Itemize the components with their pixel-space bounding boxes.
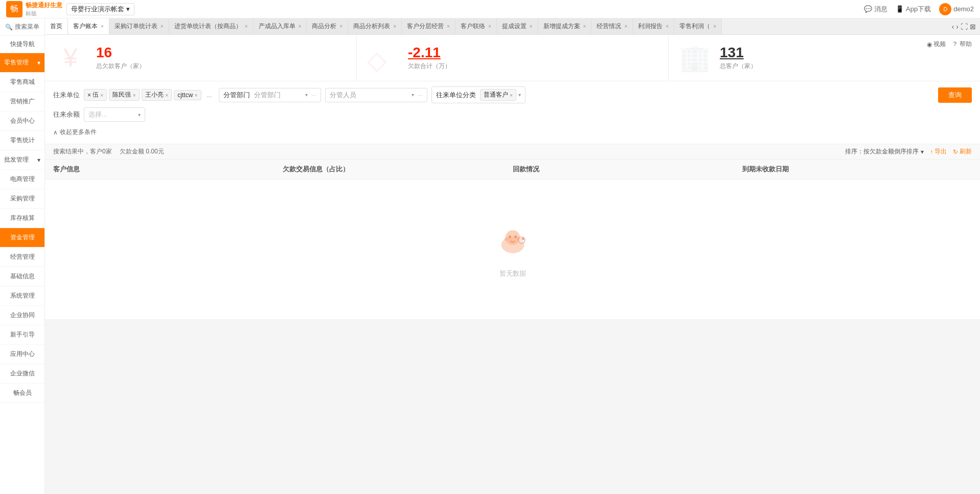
search-icon: 🔍 bbox=[5, 24, 13, 31]
quick-nav-button[interactable]: 快捷导航 bbox=[0, 36, 44, 53]
tab-raise-plan[interactable]: 新增提成方案 × bbox=[538, 18, 592, 34]
sidebar-item-enterprise[interactable]: 企业协同 bbox=[0, 306, 44, 325]
message-icon: 💬 bbox=[864, 5, 872, 13]
table-header: 客户信息 欠款交易信息（占比） 回款情况 到期未收款日期 bbox=[45, 160, 980, 179]
stat-info-total-clients: 131 总客户（家） bbox=[720, 46, 757, 71]
stat-card-total-clients: 🏢 131 总客户（家） ◉ 视频 ？ 帮助 bbox=[669, 35, 980, 81]
sidebar-search-area[interactable]: 🔍 搜索菜单 bbox=[0, 18, 44, 36]
money-icon: ¥ bbox=[55, 42, 86, 73]
stats-section: ¥ 16 总欠款客户（家） ◇ -2.11 欠款合计（万） 🏢 bbox=[45, 35, 980, 81]
remove-unit-class[interactable]: × bbox=[510, 92, 513, 98]
app-download-button[interactable]: 📱 App下载 bbox=[896, 5, 931, 14]
sidebar-item-finance[interactable]: 资金管理 bbox=[0, 228, 44, 248]
dept-select[interactable]: 分管部门 分管部门 ▾ ··· bbox=[219, 88, 321, 102]
sidebar-item-newbie[interactable]: 新手引导 bbox=[0, 325, 44, 345]
sidebar-item-wholesale-mgmt[interactable]: 批发管理 ▾ bbox=[0, 150, 44, 170]
user-menu[interactable]: D demo2 bbox=[939, 3, 974, 15]
svg-point-6 bbox=[518, 237, 525, 243]
tabs-close-all-button[interactable]: ⊠ bbox=[970, 23, 976, 31]
tab-production[interactable]: 产成品入库单 × bbox=[254, 18, 307, 34]
sidebar-item-inventory[interactable]: 库存核算 bbox=[0, 209, 44, 228]
avatar: D bbox=[939, 3, 951, 15]
filter-tag-3[interactable]: 王小亮 × bbox=[142, 89, 172, 101]
total-customers-label: 总欠款客户（家） bbox=[96, 62, 145, 71]
dept-chevron-icon: ▾ bbox=[305, 92, 308, 98]
tab-purchase-order[interactable]: 采购订单统计表 × bbox=[109, 18, 169, 34]
unit-class-tag[interactable]: 普通客户 × bbox=[480, 89, 516, 101]
tab-home[interactable]: 首页 bbox=[45, 18, 68, 34]
tab-customer-tier[interactable]: 客户分层经营 × bbox=[402, 18, 455, 34]
person-select[interactable]: 分管人员 ▾ ··· bbox=[325, 88, 427, 102]
tabs-fullscreen-button[interactable]: ⛶ bbox=[961, 23, 968, 31]
close-tab-customer-contact[interactable]: × bbox=[488, 24, 491, 29]
tab-retail-profit[interactable]: 零售利润（ × bbox=[674, 18, 722, 34]
tab-purchase-stat[interactable]: 进货单统计表（按商品） × bbox=[169, 18, 254, 34]
sidebar-item-marketing[interactable]: 营销推广 bbox=[0, 92, 44, 111]
close-tab-raise-settings[interactable]: × bbox=[530, 24, 533, 29]
tab-customer-contact[interactable]: 客户联络 × bbox=[455, 18, 497, 34]
close-tab-customer-tier[interactable]: × bbox=[447, 24, 450, 29]
balance-chevron-icon: ▾ bbox=[138, 112, 141, 118]
tab-operations-status[interactable]: 经营情况 × bbox=[591, 18, 633, 34]
store-select[interactable]: 母婴行业演示帐套 ▾ bbox=[66, 3, 134, 15]
video-link[interactable]: ◉ 视频 bbox=[927, 40, 946, 49]
tab-bar: 首页 客户账本 × 采购订单统计表 × 进货单统计表（按商品） × 产成品入库单… bbox=[45, 18, 980, 35]
remove-tag-1[interactable]: × bbox=[100, 92, 103, 98]
sidebar-item-wechat[interactable]: 企业微信 bbox=[0, 364, 44, 384]
sidebar-item-operations[interactable]: 经营管理 bbox=[0, 248, 44, 267]
refresh-button[interactable]: ↻ 刷新 bbox=[953, 147, 972, 156]
sidebar-item-ecommerce[interactable]: 电商管理 bbox=[0, 170, 44, 189]
close-tab-production[interactable]: × bbox=[299, 24, 302, 29]
tab-bar-end: ‹ › ⛶ ⊠ bbox=[948, 23, 980, 31]
filter-tag-4[interactable]: cjttcw × bbox=[174, 90, 201, 100]
sidebar-item-app-center[interactable]: 应用中心 bbox=[0, 345, 44, 364]
filter-row-1: 往来单位 × 伍 × 陈民强 × 王小亮 × bbox=[53, 86, 972, 103]
close-tab-purchase-order[interactable]: × bbox=[161, 24, 164, 29]
total-clients-label: 总客户（家） bbox=[720, 62, 757, 71]
tabs-next-button[interactable]: › bbox=[956, 23, 959, 31]
close-tab-retail-profit[interactable]: × bbox=[713, 24, 716, 29]
tab-accounts[interactable]: 客户账本 × bbox=[68, 18, 109, 34]
help-link[interactable]: ？ 帮助 bbox=[952, 40, 972, 49]
tab-raise-settings[interactable]: 提成设置 × bbox=[497, 18, 538, 34]
close-tab-product-analysis[interactable]: × bbox=[339, 24, 343, 29]
total-customers-value: 16 bbox=[96, 46, 145, 60]
tabs-prev-button[interactable]: ‹ bbox=[952, 23, 954, 31]
sidebar-item-retail-mall[interactable]: 零售商城 bbox=[0, 73, 44, 92]
main-layout: 🔍 搜索菜单 快捷导航 零售管理 ▾ 零售商城 营销推广 会员中心 零售统计 批… bbox=[0, 18, 980, 494]
remove-tag-3[interactable]: × bbox=[165, 92, 168, 98]
sidebar-item-vip[interactable]: 畅会员 bbox=[0, 384, 44, 403]
message-button[interactable]: 💬 消息 bbox=[864, 5, 887, 14]
filter-section: 往来单位 × 伍 × 陈民强 × 王小亮 × bbox=[45, 81, 980, 144]
tab-product-analysis[interactable]: 商品分析 × bbox=[307, 18, 348, 34]
sort-select[interactable]: 排序：按欠款金额倒序排序 ▾ bbox=[845, 147, 924, 156]
tab-profit-report[interactable]: 利润报告 × bbox=[633, 18, 674, 34]
search-menu-button[interactable]: 🔍 搜索菜单 bbox=[5, 23, 39, 31]
balance-select[interactable]: 选择... ▾ bbox=[84, 107, 145, 122]
remove-tag-4[interactable]: × bbox=[194, 92, 197, 98]
collapse-button[interactable]: ∧ 收起更多条件 bbox=[53, 128, 972, 137]
close-tab-purchase-stat[interactable]: × bbox=[245, 24, 248, 29]
unit-class-select[interactable]: 往来单位分类 普通客户 × ▾ bbox=[431, 86, 526, 103]
sidebar-item-purchase[interactable]: 采购管理 bbox=[0, 189, 44, 209]
tab-product-analysis-list[interactable]: 商品分析列表 × bbox=[348, 18, 402, 34]
sidebar-item-system[interactable]: 系统管理 bbox=[0, 286, 44, 306]
collapse-icon: ∧ bbox=[53, 129, 58, 136]
filter-tag-2[interactable]: 陈民强 × bbox=[109, 89, 139, 101]
close-tab-profit-report[interactable]: × bbox=[666, 24, 669, 29]
remove-tag-2[interactable]: × bbox=[132, 92, 135, 98]
logo-text: 畅捷通好生意 标版 bbox=[26, 1, 62, 17]
sidebar-item-basic-info[interactable]: 基础信息 bbox=[0, 267, 44, 286]
sidebar-item-retail-mgmt[interactable]: 零售管理 ▾ bbox=[0, 53, 44, 73]
close-tab-raise-plan[interactable]: × bbox=[583, 24, 586, 29]
total-debt-label: 欠款合计（万） bbox=[408, 62, 451, 71]
sidebar-item-retail-stat[interactable]: 零售统计 bbox=[0, 131, 44, 150]
close-tab-accounts[interactable]: × bbox=[101, 24, 104, 29]
query-button[interactable]: 查询 bbox=[938, 87, 972, 103]
filter-tag-1[interactable]: × 伍 × bbox=[84, 89, 107, 101]
filter-tag-more[interactable]: ... bbox=[203, 91, 215, 100]
close-tab-operations-status[interactable]: × bbox=[624, 24, 627, 29]
export-button[interactable]: ↑ 导出 bbox=[930, 147, 947, 156]
close-tab-product-analysis-list[interactable]: × bbox=[393, 24, 396, 29]
sidebar-item-member-center[interactable]: 会员中心 bbox=[0, 111, 44, 131]
